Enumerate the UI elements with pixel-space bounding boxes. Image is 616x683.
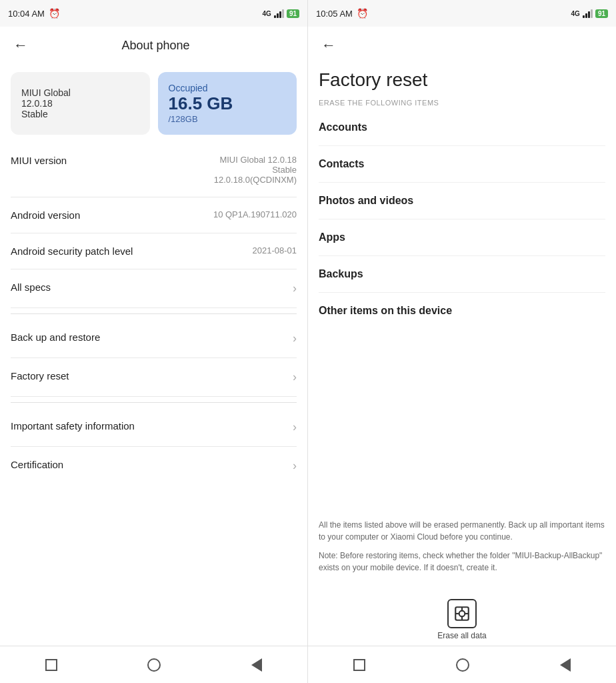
erase-item-backups: Backups	[319, 256, 605, 293]
erase-all-icon	[453, 605, 471, 622]
setting-miui-version[interactable]: MIUI version MIUI Global 12.0.18Stable12…	[11, 143, 297, 197]
right-page-header: ←	[308, 27, 616, 64]
setting-factory-reset-label: Factory reset	[11, 370, 69, 382]
setting-miui-version-value: MIUI Global 12.0.18Stable12.0.18.0(QCDIN…	[214, 155, 297, 185]
storage-label: Occupied	[169, 83, 287, 93]
left-nav-bar	[0, 646, 307, 683]
left-alarm-icon: ⏰	[49, 8, 60, 19]
setting-safety-row: Important safety information ›	[11, 420, 297, 434]
right-signal-bars	[583, 9, 593, 18]
factory-reset-chevron: ›	[293, 370, 297, 384]
divider-2	[11, 402, 297, 403]
left-status-left: 10:04 AM ⏰	[8, 8, 60, 19]
setting-security-patch-row: Android security patch level 2021-08-01	[11, 245, 297, 257]
setting-security-patch-value: 2021-08-01	[253, 245, 297, 255]
setting-factory-reset-row: Factory reset ›	[11, 370, 297, 384]
right-alarm-icon: ⏰	[357, 8, 368, 19]
backup-chevron: ›	[293, 331, 297, 346]
erase-apps-label: Apps	[319, 231, 345, 243]
erase-item-contacts: Contacts	[319, 146, 605, 183]
certification-chevron: ›	[293, 459, 297, 473]
setting-backup-row: Back up and restore ›	[11, 331, 297, 346]
setting-certification[interactable]: Certification ›	[11, 447, 297, 485]
right-nav-square-icon	[353, 659, 365, 671]
erase-section-label: ERASE THE FOLLOWING ITEMS	[308, 93, 616, 109]
left-status-right: 4G 91	[263, 9, 299, 18]
setting-backup-label: Back up and restore	[11, 331, 100, 343]
storage-card: Occupied 16.5 GB /128GB	[158, 72, 297, 135]
right-nav-home-icon	[456, 658, 469, 672]
left-signal-bars	[274, 9, 284, 18]
warning-section: All the items listed above will be erase…	[308, 508, 616, 591]
left-time: 10:04 AM	[8, 9, 45, 19]
right-panel: 10:05 AM ⏰ 4G 91 ← Factory reset ERASE T…	[308, 0, 616, 683]
setting-security-patch[interactable]: Android security patch level 2021-08-01	[11, 233, 297, 269]
erase-all-container: Erase all data	[308, 591, 616, 646]
right-time: 10:05 AM	[316, 9, 353, 19]
setting-android-version[interactable]: Android version 10 QP1A.190711.020	[11, 197, 297, 233]
setting-android-version-row: Android version 10 QP1A.190711.020	[11, 209, 297, 221]
setting-certification-row: Certification ›	[11, 459, 297, 473]
miui-card-title: MIUI Global	[21, 87, 139, 98]
erase-other-label: Other items on this device	[319, 305, 452, 316]
setting-security-patch-label: Android security patch level	[11, 245, 133, 257]
right-lte-badge: 4G	[571, 10, 580, 17]
storage-value: 16.5 GB	[169, 93, 287, 114]
setting-android-version-label: Android version	[11, 209, 80, 221]
erase-item-apps: Apps	[319, 219, 605, 256]
setting-android-version-value: 10 QP1A.190711.020	[213, 209, 297, 219]
right-nav-home-button[interactable]	[445, 653, 480, 677]
left-panel: 10:04 AM ⏰ 4G 91 ← About phone MIUI Glob…	[0, 0, 308, 683]
setting-all-specs-row: All specs ›	[11, 281, 297, 295]
setting-miui-version-row: MIUI version MIUI Global 12.0.18Stable12…	[11, 155, 297, 185]
erase-all-label: Erase all data	[437, 631, 486, 640]
setting-miui-version-label: MIUI version	[11, 155, 67, 166]
erase-item-other: Other items on this device	[319, 293, 605, 329]
right-page-title: Factory reset	[308, 64, 616, 93]
settings-list: MIUI version MIUI Global 12.0.18Stable12…	[0, 143, 307, 646]
erase-all-button[interactable]	[447, 599, 477, 628]
storage-total: /128GB	[169, 114, 287, 124]
right-nav-back-button[interactable]	[549, 653, 581, 677]
svg-point-1	[459, 611, 465, 617]
safety-chevron: ›	[293, 420, 297, 434]
right-battery: 91	[595, 9, 608, 18]
right-status-right: 4G 91	[571, 9, 608, 18]
right-status-bar: 10:05 AM ⏰ 4G 91	[308, 0, 616, 27]
left-nav-square-button[interactable]	[35, 654, 68, 676]
erase-accounts-label: Accounts	[319, 121, 367, 133]
miui-card-type: Stable	[21, 109, 139, 119]
erase-item-accounts: Accounts	[319, 109, 605, 146]
left-nav-back-icon	[251, 658, 262, 672]
setting-safety[interactable]: Important safety information ›	[11, 408, 297, 447]
left-nav-back-button[interactable]	[241, 653, 273, 677]
miui-card: MIUI Global 12.0.18 Stable	[11, 72, 150, 135]
warning-text-1: All the items listed above will be erase…	[319, 519, 605, 543]
left-status-bar: 10:04 AM ⏰ 4G 91	[0, 0, 307, 27]
left-nav-home-icon	[147, 658, 161, 672]
right-status-left: 10:05 AM ⏰	[316, 8, 368, 19]
left-back-button[interactable]: ←	[11, 34, 31, 57]
setting-safety-label: Important safety information	[11, 420, 135, 432]
left-page-title: About phone	[39, 39, 273, 53]
setting-backup[interactable]: Back up and restore ›	[11, 319, 297, 358]
setting-all-specs[interactable]: All specs ›	[11, 269, 297, 308]
erase-photos-label: Photos and videos	[319, 195, 413, 206]
warning-text-2: Note: Before restoring items, check whet…	[319, 550, 605, 574]
right-nav-back-icon	[560, 658, 571, 672]
left-nav-home-button[interactable]	[137, 653, 171, 677]
erase-backups-label: Backups	[319, 268, 363, 279]
right-back-button[interactable]: ←	[319, 34, 339, 57]
divider-1	[11, 313, 297, 314]
erase-item-photos: Photos and videos	[319, 183, 605, 219]
setting-certification-label: Certification	[11, 459, 63, 470]
erase-contacts-label: Contacts	[319, 158, 364, 169]
left-lte-badge: 4G	[263, 10, 271, 17]
setting-factory-reset[interactable]: Factory reset ›	[11, 358, 297, 397]
right-nav-bar	[308, 646, 616, 683]
info-cards: MIUI Global 12.0.18 Stable Occupied 16.5…	[0, 64, 307, 143]
left-page-header: ← About phone	[0, 27, 307, 64]
right-nav-square-button[interactable]	[343, 654, 376, 676]
left-battery: 91	[287, 9, 299, 18]
setting-all-specs-label: All specs	[11, 281, 51, 293]
